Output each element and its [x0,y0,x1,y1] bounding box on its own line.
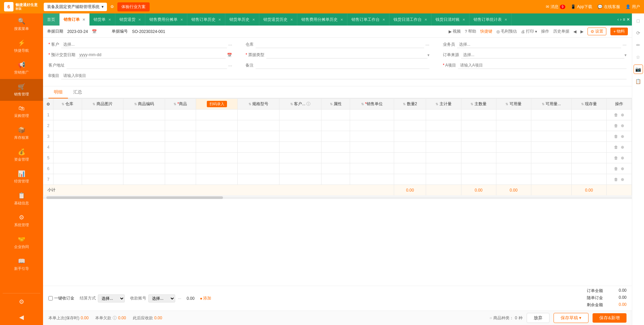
row-avail-qty[interactable] [496,131,531,142]
row-warehouse[interactable] [53,110,82,120]
row-avail-qty[interactable] [496,120,531,131]
row-warehouse[interactable] [53,174,82,185]
row-delete-icon[interactable]: 🗑 [614,156,618,160]
row-warehouse[interactable] [53,120,82,131]
bank-select[interactable]: 选择... [148,294,175,302]
row-code[interactable] [123,163,165,174]
row-copy-icon[interactable]: ⊕ [621,134,624,139]
row-qty2[interactable] [394,142,426,153]
row-avail-qty[interactable] [496,174,531,185]
row-attr[interactable] [321,163,350,174]
row-avail-qty2[interactable] [531,131,571,142]
row-qty2[interactable] [394,110,426,120]
delivery-input[interactable] [77,51,226,58]
close-sales-order-icon[interactable]: ✕ [82,18,85,22]
close-icon[interactable]: ✕ [252,18,255,22]
row-code[interactable] [123,131,165,142]
row-delete-icon[interactable]: 🗑 [614,113,618,117]
row-main-qty[interactable] [461,153,496,163]
row-spec[interactable] [238,110,279,120]
row-attr[interactable] [321,120,350,131]
row-customer-code[interactable] [279,120,321,131]
row-scan[interactable] [196,163,238,174]
one-click-checkbox-input[interactable] [48,296,53,300]
row-spec[interactable] [238,174,279,185]
settings-btn[interactable]: ⚙ [110,4,114,9]
row-avail-qty2[interactable] [531,120,571,131]
row-code[interactable] [123,153,165,163]
app-download-btn[interactable]: 📱 App下载 [571,4,592,10]
nav-tab-order-history[interactable]: 销售订单历史 ✕ [187,13,225,26]
row-delete-icon[interactable]: 🗑 [614,134,618,139]
nav-tab-invoice-history[interactable]: 销货单历史 ✕ [225,13,259,26]
row-copy-icon[interactable]: ⊕ [621,166,624,171]
row-qty2[interactable] [394,174,426,185]
close-icon[interactable]: ✕ [462,18,465,22]
close-icon[interactable]: ✕ [504,18,507,22]
row-attr[interactable] [321,110,350,120]
row-unit[interactable] [350,163,394,174]
row-unit[interactable] [350,131,394,142]
sidebar-item-2[interactable]: 📢营销推广 [0,57,43,79]
row-customer-code[interactable] [279,153,321,163]
row-action[interactable]: 🗑 ⊕ [606,163,632,174]
nav-close-icon[interactable]: ✕ [627,17,630,22]
history-btn[interactable]: 历史单据 [553,29,569,34]
b-project-input[interactable] [61,72,627,79]
nav-right-icon[interactable]: › [620,17,621,22]
system-selector[interactable]: 装备及固定资产辅助管理系统 ▾ [44,3,107,11]
row-customer-code[interactable] [279,131,321,142]
row-copy-icon[interactable]: ⊕ [621,113,624,117]
row-image[interactable] [82,153,123,163]
nav-left-icon[interactable]: ‹ [617,17,619,22]
row-delete-icon[interactable]: 🗑 [614,177,618,182]
row-avail-qty[interactable] [496,142,531,153]
remark-input[interactable] [256,62,429,69]
row-action[interactable]: 🗑 ⊕ [606,131,632,142]
a-project-input[interactable] [458,62,627,69]
row-code[interactable] [123,110,165,120]
salesman-input[interactable] [457,41,621,48]
sidebar-item-5[interactable]: 📦库存核算 [0,122,43,144]
abandon-button[interactable]: 放弃 [527,313,550,323]
row-action[interactable]: 🗑 ⊕ [606,110,632,120]
row-product[interactable] [165,110,196,120]
gear-icon[interactable]: ⚙ [46,102,50,107]
right-panel-btn-2[interactable]: ⟳ [634,28,643,38]
row-main-unit[interactable] [426,110,461,120]
row-main-qty[interactable] [461,163,496,174]
row-delete-icon[interactable]: 🗑 [614,145,618,150]
horizontal-scrollbar[interactable] [43,196,632,199]
row-main-unit[interactable] [426,153,461,163]
row-main-unit[interactable] [426,142,461,153]
right-panel-btn-star[interactable]: ☆ [634,52,643,62]
address-dots[interactable]: ··· [228,63,232,68]
row-image[interactable] [82,120,123,131]
nav-tab-return-history[interactable]: 销货退货历史 ✕ [259,13,297,26]
invoice-input[interactable]: 不开票 [266,51,427,58]
row-qty2[interactable] [394,131,426,142]
customer-input[interactable] [61,41,227,48]
row-stock-qty[interactable] [571,142,606,153]
row-main-qty[interactable] [461,142,496,153]
nav-tab-daily-reconcile[interactable]: 钱货日清对账 ✕ [431,13,469,26]
row-main-unit[interactable] [426,120,461,131]
row-main-qty[interactable] [461,131,496,142]
row-avail-qty2[interactable] [531,110,571,120]
row-customer-code[interactable] [279,163,321,174]
nav-tab-scroll[interactable]: ‹ › ≡ ✕ [615,17,632,22]
row-scan[interactable] [196,110,238,120]
row-product[interactable] [165,120,196,131]
detail-tab-detail[interactable]: 明细 [48,86,68,98]
row-stock-qty[interactable] [571,174,606,185]
row-stock-qty[interactable] [571,110,606,120]
row-unit[interactable] [350,110,394,120]
sidebar-item-1[interactable]: ⚡快捷导航 [0,35,43,57]
row-stock-qty[interactable] [571,153,606,163]
row-spec[interactable] [238,131,279,142]
row-attr[interactable] [321,131,350,142]
operation-btn[interactable]: 操作 [541,29,549,34]
row-attr[interactable] [321,174,350,185]
row-qty2[interactable] [394,163,426,174]
scan-enter-btn[interactable]: 扫码录入 [207,101,227,107]
